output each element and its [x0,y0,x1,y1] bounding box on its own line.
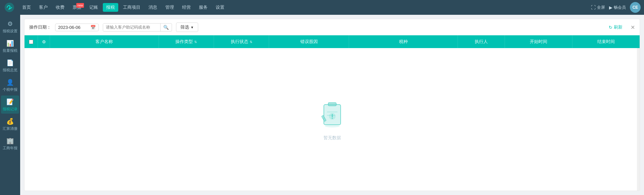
tax-settings-icon: ⚙ [6,20,14,28]
th-executor: 执行人 [458,35,505,48]
empty-text: 暂无数据 [324,135,341,141]
svg-point-9 [332,118,333,119]
nav-business[interactable]: 工商项目 [120,3,144,12]
sidebar: ⚙ 报税设置 📊 批量报税 📄 报税总览 👤 个税申报 📝 报税记录 💰 汇算清… [0,15,20,195]
svg-point-0 [5,3,14,12]
nav-manage[interactable]: 管理 [162,3,177,12]
nav-home[interactable]: 首页 [19,3,34,12]
nav-fee[interactable]: 收费 [52,3,68,12]
batch-tax-icon: 📊 [6,40,14,47]
empty-state: 暂无数据 [315,98,349,141]
sidebar-item-batch-tax[interactable]: 📊 批量报税 [1,37,19,55]
table-body: 暂无数据 [25,48,640,191]
search-input[interactable] [103,24,160,31]
th-name: 客户名称 [50,35,159,48]
date-picker[interactable]: 📅 [55,24,99,31]
fullscreen-button[interactable]: ⛶ 全屏 [591,5,605,10]
close-button[interactable]: ✕ [631,24,635,31]
select-all-checkbox[interactable] [29,40,33,44]
top-nav-right: ⛶ 全屏 ▶ 畅会员 CE [591,2,641,13]
main-layout: ⚙ 报税设置 📊 批量报税 📄 报税总览 👤 个税申报 📝 报税记录 💰 汇算清… [0,15,644,195]
sort-icon-type[interactable]: ⇅ [194,40,197,44]
th-error: 错误股因 [269,35,349,48]
th-type: 操作类型 ⇅ [159,35,214,48]
th-start: 开始时间 [505,35,572,48]
avatar[interactable]: CE [630,2,641,13]
personal-tax-icon: 👤 [6,79,14,86]
th-gear[interactable]: ⚙ [38,35,50,48]
calendar-icon: 📅 [90,25,96,30]
search-wrap: 🔍 [103,23,172,32]
sort-icon-status[interactable]: ⇅ [250,40,252,44]
new-badge: new [76,3,84,8]
date-label: 操作日期： [29,24,51,30]
table-header: ⚙ 客户名称 操作类型 ⇅ 执行状态 ⇅ 错误股因 税种 [25,35,640,48]
fullscreen-icon: ⛶ [591,5,596,10]
svg-rect-3 [328,103,336,106]
search-button[interactable]: 🔍 [160,24,172,31]
sidebar-item-personal-tax[interactable]: 👤 个税申报 [1,76,19,94]
filter-button[interactable]: 筛选 ▼ [176,23,198,32]
logo[interactable] [3,1,15,13]
filter-bar: 操作日期： 📅 🔍 筛选 ▼ ↻ 刷新 ✕ [24,19,640,35]
refresh-icon: ↻ [609,25,612,30]
nav-items: 首页 客户 收费 票据 new 记账 报税 工商项目 消息 管理 经营 服务 设… [19,3,591,12]
content-area: 操作日期： 📅 🔍 筛选 ▼ ↻ 刷新 ✕ [20,15,644,195]
gear-icon: ⚙ [42,39,46,44]
scrollbar[interactable] [637,48,640,191]
empty-illustration [315,98,349,131]
svg-point-12 [325,125,340,127]
tax-records-icon: 📝 [6,98,14,106]
member-icon: ▶ [609,5,612,10]
refresh-button[interactable]: ↻ 刷新 [609,24,622,30]
sidebar-item-annual-report[interactable]: 🏢 工商年报 [1,134,19,153]
nav-settings[interactable]: 设置 [212,3,228,12]
top-nav: 首页 客户 收费 票据 new 记账 报税 工商项目 消息 管理 经营 服务 设… [0,0,644,15]
sidebar-item-tax-overview[interactable]: 📄 报税总览 [1,56,19,75]
chevron-down-icon: ▼ [190,26,194,29]
settlement-icon: 💰 [6,118,14,125]
sidebar-item-settlement[interactable]: 💰 汇算清缴 [1,115,19,133]
search-icon: 🔍 [163,25,169,30]
nav-bookkeeping[interactable]: 记账 [86,3,101,12]
th-end: 结束时间 [572,35,640,48]
nav-operation[interactable]: 经营 [179,3,194,12]
th-checkbox[interactable] [25,35,38,48]
nav-message[interactable]: 消息 [145,3,161,12]
table-wrap: ⚙ 客户名称 操作类型 ⇅ 执行状态 ⇅ 错误股因 税种 [24,35,640,191]
nav-client[interactable]: 客户 [36,3,51,12]
nav-service[interactable]: 服务 [196,3,211,12]
nav-tax[interactable]: 报税 [103,3,118,12]
sidebar-item-tax-records[interactable]: 📝 报税记录 [1,95,19,114]
nav-invoice[interactable]: 票据 new [69,3,85,12]
filter-label-text: 筛选 [180,24,189,30]
annual-report-icon: 🏢 [6,137,14,145]
th-tax: 税种 [349,35,458,48]
date-input[interactable] [58,25,88,30]
th-status: 执行状态 ⇅ [214,35,269,48]
member-button[interactable]: ▶ 畅会员 [609,5,626,10]
sidebar-item-tax-settings[interactable]: ⚙ 报税设置 [1,17,19,36]
tax-overview-icon: 📄 [6,59,14,67]
